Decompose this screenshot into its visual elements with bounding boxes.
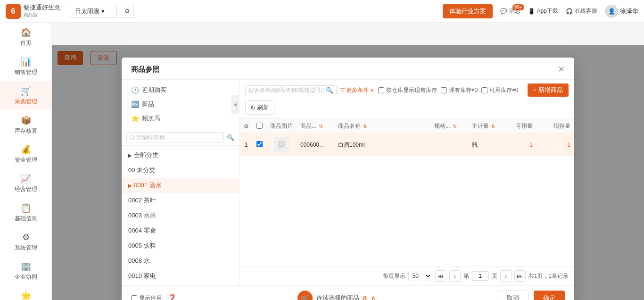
store-selector[interactable]: 日太阳膜 ▾ (70, 5, 117, 18)
category-water[interactable]: 0008 水 (122, 253, 239, 268)
row-settings: 1 (239, 134, 253, 156)
col-spec-header[interactable]: 规格... ⇅ (430, 119, 468, 134)
sidebar-item-finance-label: 资金管理 (15, 156, 37, 164)
sidebar-item-system-label: 系统管理 (15, 244, 37, 252)
col-code-header[interactable]: 商品... ⇅ (297, 119, 334, 134)
category-search-input[interactable] (126, 132, 224, 142)
sort-spec-icon: ⇅ (453, 124, 456, 129)
sort-code-icon: ⇅ (319, 124, 322, 129)
stock-checkbox[interactable] (441, 87, 447, 93)
avail-checkbox-group[interactable]: 可用库存≠0 (481, 86, 518, 94)
sidebar-item-sales[interactable]: 📊 销售管理 (0, 52, 51, 81)
row-checkbox[interactable] (256, 141, 263, 147)
prev-page-button[interactable]: ‹ (449, 270, 461, 282)
collapse-cart-icon[interactable]: ∧ (371, 294, 376, 300)
per-page-label: 每页显示 (383, 272, 405, 280)
col-name-header[interactable]: 商品名称 ⇅ (334, 119, 430, 134)
table-row[interactable]: 1 🖼 (239, 134, 574, 156)
filter-recent-purchase[interactable]: 🕐 近期购买 (127, 83, 233, 97)
home-icon: 🏠 (21, 27, 31, 38)
sidebar-item-inventory[interactable]: 📦 库存核算 (0, 110, 51, 140)
sidebar-item-sales-label: 销售管理 (15, 68, 37, 76)
footer-buttons: 取消 确定 (497, 291, 565, 300)
last-page-button[interactable]: ⏭ (514, 270, 526, 282)
warehouse-checkbox[interactable] (378, 87, 384, 93)
sidebar-item-basic[interactable]: 📋 基础信息 (0, 198, 51, 227)
first-page-button[interactable]: ⏮ (435, 270, 446, 282)
product-table-wrap: ⚙ 商品图片 商品... ⇅ (239, 119, 574, 266)
modal-toolbar: 🔍 ▽ 更多条件 ∧ 按仓库显示现有库存 (239, 80, 574, 119)
col-unit-header[interactable]: 主计量 ⇅ (468, 119, 499, 134)
modal-footer: 显示停用 ❓ 🛒 连续选择的商品 0 ∧ 取消 确定 (122, 285, 574, 300)
avail-checkbox[interactable] (481, 87, 487, 93)
category-appliances[interactable]: 0010 家电 (122, 268, 239, 283)
modal-left-panel: 🕐 近期购买 🆕 新品 ⭐ 频次高 ◀ (122, 80, 239, 285)
confirm-button[interactable]: 确定 (534, 291, 565, 300)
filter-recent-label: 近期购买 (142, 86, 166, 94)
show-disabled-checkbox[interactable] (131, 295, 137, 300)
col-avail-header: 可用量 (499, 119, 537, 134)
filter-new-label: 新品 (142, 100, 154, 108)
category-snacks-label: 0004 零食 (128, 227, 156, 234)
store-dropdown-icon: ▾ (101, 8, 105, 15)
pagination: 每页显示 50 20 100 ⏮ ‹ 第 页 › ⏭ 共1页，1条记录 (239, 266, 574, 285)
category-all[interactable]: ▶ 全部分类 (122, 148, 239, 163)
app-download-button[interactable]: 📱 App下载 (528, 7, 558, 15)
gear-button[interactable]: ⚙ (121, 5, 134, 18)
message-button[interactable]: 💬 消息 99+ (500, 7, 520, 15)
add-product-button[interactable]: + 新增商品 (528, 83, 569, 97)
mobile-icon: 📱 (528, 8, 535, 15)
per-page-select[interactable]: 50 20 100 (408, 271, 432, 281)
category-snacks[interactable]: 0004 零食 (122, 223, 239, 238)
sidebar-item-enterprise[interactable]: 🏢 企业协同 (0, 257, 51, 286)
col-stock-header: 现存量 (537, 119, 574, 134)
sales-icon: 📊 (21, 57, 31, 67)
service-button[interactable]: 🎧 在线客服 (566, 7, 597, 15)
filter-icon: ▽ (340, 87, 345, 93)
sidebar-item-home[interactable]: 🏠 首页 (0, 23, 51, 52)
refresh-button[interactable]: ↻ 刷新 (245, 100, 274, 115)
category-alcohol[interactable]: ▶ 0001 酒水 (122, 178, 239, 193)
system-icon: ⚙ (22, 232, 30, 242)
warehouse-checkbox-group[interactable]: 按仓库显示现有库存 (378, 86, 437, 94)
star-icon: ⭐ (131, 115, 139, 122)
modal-close-button[interactable]: ✕ (558, 64, 565, 75)
new-icon: 🆕 (131, 100, 139, 108)
experience-button[interactable]: 体验行业方案 (443, 4, 493, 18)
category-fruit[interactable]: 0003 水果 (122, 208, 239, 223)
page-number-input[interactable] (472, 271, 489, 281)
stock-checkbox-group[interactable]: 现有库存≠0 (441, 86, 478, 94)
more-filter-button[interactable]: ▽ 更多条件 ∧ (340, 86, 374, 94)
category-drinks[interactable]: 0005 饮料 (122, 238, 239, 253)
help-icon[interactable]: ❓ (167, 294, 177, 300)
select-all-checkbox[interactable] (256, 123, 263, 129)
user-area[interactable]: 👤 徐泽华 (605, 5, 638, 18)
category-unclassified[interactable]: 00 未分类 (122, 163, 239, 178)
sidebar-item-guide[interactable]: 🌟 新手引导 (0, 286, 51, 300)
next-page-button[interactable]: › (500, 270, 512, 282)
sidebar-item-management[interactable]: 📈 经营管理 (0, 169, 51, 198)
product-search-input[interactable] (248, 87, 324, 93)
sidebar: 🏠 首页 📊 销售管理 🛒 采购管理 📦 库存核算 💰 资金管理 📈 经营管理 … (0, 23, 52, 300)
store-name: 日太阳膜 (75, 7, 99, 16)
cart-icon[interactable]: 🛒 (297, 291, 313, 300)
category-fruit-label: 0003 水果 (128, 212, 156, 219)
search-icon[interactable]: 🔍 (326, 87, 333, 94)
filter-high-frequency[interactable]: ⭐ 频次高 (127, 112, 233, 125)
sidebar-item-finance[interactable]: 💰 资金管理 (0, 140, 51, 169)
show-disabled-checkbox-group[interactable]: 显示停用 (131, 294, 162, 300)
category-search-icon[interactable]: 🔍 (227, 134, 234, 141)
sidebar-item-system[interactable]: ⚙ 系统管理 (0, 227, 51, 257)
collapse-panel-button[interactable]: ◀ (231, 95, 239, 114)
cart-count: 0 (363, 294, 367, 300)
modal-title: 商品参照 (131, 65, 159, 74)
col-settings-header[interactable]: ⚙ (239, 119, 253, 134)
category-tea[interactable]: 0002 茶叶 (122, 193, 239, 208)
filter-new-product[interactable]: 🆕 新品 (127, 98, 233, 111)
row-checkbox-cell[interactable] (253, 134, 266, 156)
row-avail-cell: -1 (499, 134, 537, 156)
cancel-button[interactable]: 取消 (497, 291, 529, 300)
col-check-header[interactable] (253, 119, 266, 134)
sidebar-item-purchase[interactable]: 🛒 采购管理 (0, 81, 51, 110)
row-spec-cell (430, 134, 468, 156)
